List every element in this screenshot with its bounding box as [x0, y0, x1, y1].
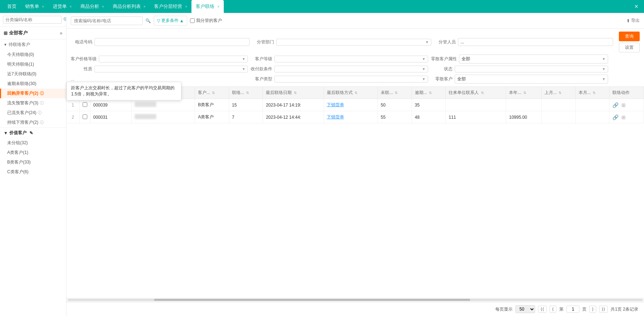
nav-product-list-close[interactable]: ×	[144, 5, 146, 9]
export-button[interactable]: ⬆ 导出	[626, 18, 640, 24]
col-partner-contact: 往来单位联系人 ⇅	[446, 87, 506, 99]
row-1-last-month	[542, 99, 576, 111]
sidebar-item-abnormal-repurchase[interactable]: 回购异常客户(2) ⓘ	[0, 89, 66, 98]
price-level-select[interactable]: ▼	[99, 56, 248, 62]
sidebar-item-ungrouped[interactable]: 未分组(32)	[0, 138, 66, 148]
row-2-grid-icon[interactable]: ⊞	[621, 114, 626, 120]
nature-select[interactable]: ▼	[94, 66, 248, 72]
page-number-input[interactable]	[566, 306, 579, 313]
nav-product-analysis-close[interactable]: ×	[102, 5, 104, 9]
nav-purchase-close[interactable]: ×	[70, 5, 72, 9]
horizontal-scrollbar[interactable]	[66, 298, 644, 302]
nav-home[interactable]: 首页	[3, 0, 21, 13]
per-page-label: 每页显示	[495, 306, 513, 312]
customer-level-select[interactable]: ▼	[274, 56, 428, 62]
col-overdue: 逾期... ⇅	[412, 87, 446, 99]
sidebar-item-7days[interactable]: 近7天待联络(0)	[0, 69, 66, 79]
row-2-contact: 7	[229, 111, 263, 123]
scatter-attr-select[interactable]: 全部 ▼	[459, 55, 608, 63]
first-page-button[interactable]: ⟨⟨	[538, 306, 547, 313]
sidebar-item-churn-warning[interactable]: 流失预警客户(3) ⓘ	[0, 98, 66, 108]
more-filter-dots[interactable]: ...	[71, 77, 74, 82]
sidebar-item-today[interactable]: 今天待联络(0)	[0, 50, 66, 60]
scrollbar-track[interactable]	[68, 299, 643, 301]
nav-sales-close[interactable]: ×	[42, 5, 44, 9]
row-1-link-icon[interactable]: 🔗	[612, 102, 618, 108]
sidebar-search-icon[interactable]: 🔍	[63, 17, 66, 22]
row-2-overdue: 48	[412, 111, 446, 123]
row-1-name	[131, 99, 195, 111]
row-2-last-month	[542, 111, 576, 123]
prev-page-button[interactable]: ⟨	[550, 306, 556, 313]
export-icon: ⬆	[626, 18, 630, 23]
sidebar-group-value[interactable]: ▼ 价值客户 ✎	[0, 127, 66, 138]
customer-type-select[interactable]: ▼	[274, 76, 428, 82]
nav-sales[interactable]: 销售单 ×	[21, 0, 48, 13]
manager-select[interactable]: ...	[458, 38, 613, 46]
page-label: 第	[559, 306, 564, 312]
sidebar-group-pending[interactable]: ▼ 待联络客户	[0, 39, 66, 50]
filter-search-icon[interactable]: 🔍	[145, 18, 151, 23]
dept-select[interactable]: ▼	[276, 39, 431, 46]
customer-level-label: 客户等级	[251, 56, 272, 62]
customer-type-chevron-icon: ▼	[422, 77, 426, 81]
nav-product-list[interactable]: 商品分析列表 ×	[108, 0, 150, 13]
nav-purchase[interactable]: 进货单 ×	[48, 0, 76, 13]
row-1-this-month	[575, 99, 610, 111]
filter-phone: 电话号码	[71, 38, 250, 46]
setting-button[interactable]: 设置	[619, 43, 640, 52]
sidebar-item-class-a[interactable]: A类客户(1)	[0, 148, 66, 157]
table-row: 2 000031 A类客户	[66, 111, 644, 123]
more-conditions-button[interactable]: ▽ 更多条件 ▲	[154, 16, 187, 25]
row-1-checkbox[interactable]	[83, 102, 87, 107]
col-last-date: 最后联络日期 ⇅	[263, 87, 324, 99]
sidebar-item-class-b[interactable]: B类客户(33)	[0, 157, 66, 167]
row-2-link-icon[interactable]: 🔗	[612, 114, 618, 120]
sidebar-collapse-btn[interactable]: »	[60, 30, 62, 36]
sidebar-item-tomorrow[interactable]: 明天待联络(1)	[0, 60, 66, 69]
nav-customer-tier[interactable]: 客户分层经营 ×	[150, 0, 191, 13]
phone-input[interactable]	[94, 38, 250, 46]
table-wrapper[interactable]: ⚙ 客户编码 ⇅ 客户名称 ⇅	[66, 87, 644, 298]
sidebar-item-overdue[interactable]: 逾期未联络(30)	[0, 79, 66, 89]
row-2-action-icons: 🔗 ⊞	[612, 114, 641, 120]
scatter-attr-chevron-icon: ▼	[602, 57, 606, 61]
row-1-checkbox-cell[interactable]	[79, 99, 90, 111]
row-2-checkbox[interactable]	[83, 114, 87, 119]
sidebar-item-class-c[interactable]: C类客户(6)	[0, 167, 66, 177]
sidebar-search-input[interactable]	[3, 16, 62, 24]
edit-icon[interactable]: ✎	[29, 131, 33, 136]
filter-search-input[interactable]	[71, 16, 143, 25]
query-button[interactable]: 查询	[619, 32, 640, 41]
my-customers-checkbox[interactable]	[190, 18, 195, 23]
nav-customer-contact[interactable]: 客户联络 ×	[191, 0, 224, 13]
scrollbar-thumb[interactable]	[154, 299, 470, 301]
my-customers-checkbox-label[interactable]: 我分管的客户	[190, 18, 222, 24]
sidebar-item-churned[interactable]: 已流失客户(24) ⓘ	[0, 108, 66, 118]
scatter-customer-select[interactable]: 全部 ▼	[455, 75, 608, 84]
filter-row-1: 电话号码 分管部门 ▼ 分管人员 ... 查询	[71, 32, 640, 52]
next-page-button[interactable]: ⟩	[589, 306, 596, 313]
row-1-grid-icon[interactable]: ⊞	[621, 102, 626, 108]
grid-icon: ⊞	[4, 30, 8, 36]
last-page-button[interactable]: ⟩⟩	[599, 306, 608, 313]
nav-customer-contact-close[interactable]: ×	[217, 5, 219, 9]
row-2-checkbox-cell[interactable]	[79, 111, 90, 123]
sidebar-all-customers[interactable]: ⊞ 全部客户 »	[0, 27, 66, 39]
col-customer-type: 客户... ⇅	[195, 87, 229, 99]
customer-type-label: 客户类型	[251, 76, 272, 82]
payment-select[interactable]: ▼	[274, 66, 428, 72]
info-icon-2: ⓘ	[40, 100, 44, 106]
filter-customer-level: 客户等级 ▼	[251, 56, 428, 62]
filter-price-level: 客户价格等级 ▼	[71, 56, 248, 62]
per-page-select[interactable]: 50 100 200	[515, 305, 535, 313]
sidebar: 🔍 ⊞ 全部客户 » ▼ 待联络客户 今天待联络(0) 明天待联络(1) 近7天…	[0, 13, 66, 316]
col-action: 联络动作	[610, 87, 644, 99]
window-close-button[interactable]: ×	[631, 3, 641, 10]
status-select[interactable]: ▼	[455, 66, 608, 72]
row-2-this-month	[575, 111, 610, 123]
nav-customer-tier-close[interactable]: ×	[185, 5, 187, 9]
chevron-up-icon: ▲	[180, 18, 184, 23]
nav-product-analysis[interactable]: 商品分析 ×	[76, 0, 108, 13]
sidebar-item-declining[interactable]: 持续下滑客户(2) ⓘ	[0, 118, 66, 127]
